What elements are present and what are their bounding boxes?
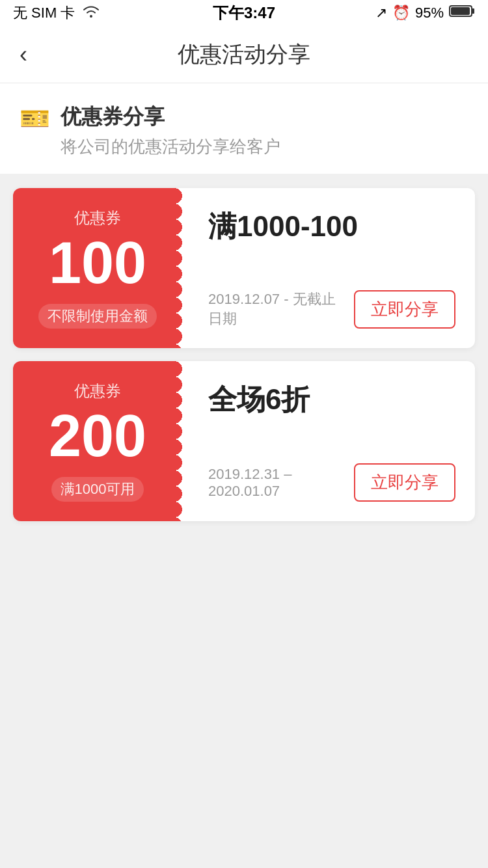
page-title: 优惠活动分享 [178, 40, 310, 70]
bottom-space [0, 534, 488, 860]
coupon-label: 优惠券 [74, 381, 121, 401]
coupon-date: 2019.12.07 - 无截止日期 [208, 290, 347, 329]
share-button[interactable]: 立即分享 [354, 463, 455, 502]
coupon-title: 全场6折 [208, 381, 455, 419]
coupon-footer: 2019.12.07 - 无截止日期 立即分享 [208, 290, 455, 329]
coupon-right: 全场6折 2019.12.31 – 2020.01.07 立即分享 [182, 361, 475, 521]
location-icon: ↗ [375, 5, 387, 21]
coupon-right: 满1000-100 2019.12.07 - 无截止日期 立即分享 [182, 188, 475, 348]
wifi-icon [81, 4, 101, 22]
svg-rect-1 [472, 8, 474, 14]
section-title: 优惠券分享 [61, 103, 280, 131]
nav-bar: ‹ 优惠活动分享 [0, 26, 488, 83]
coupon-label: 优惠券 [74, 208, 121, 228]
coupon-condition: 不限制使用金额 [38, 304, 157, 329]
coupon-card: 优惠券 100 不限制使用金额 满1000-100 2019.12.07 - 无… [13, 188, 475, 348]
carrier-label: 无 SIM 卡 [13, 3, 75, 23]
battery-label: 95% [415, 5, 444, 21]
coupon-title: 满1000-100 [208, 208, 455, 246]
coupon-share-icon: 🎫 [20, 104, 50, 133]
coupon-footer: 2019.12.31 – 2020.01.07 立即分享 [208, 463, 455, 502]
coupon-condition: 满1000可用 [51, 477, 144, 502]
status-time: 下午3:47 [213, 3, 275, 23]
coupon-left: 优惠券 200 满1000可用 [13, 361, 182, 521]
coupon-list: 优惠券 100 不限制使用金额 满1000-100 2019.12.07 - 无… [0, 175, 488, 534]
section-header: 🎫 优惠券分享 将公司的优惠活动分享给客户 [0, 83, 488, 174]
alarm-icon: ⏰ [392, 5, 410, 21]
battery-icon [449, 5, 475, 21]
svg-rect-2 [451, 7, 470, 15]
coupon-card: 优惠券 200 满1000可用 全场6折 2019.12.31 – 2020.0… [13, 361, 475, 521]
section-text: 优惠券分享 将公司的优惠活动分享给客户 [61, 103, 280, 158]
coupon-left: 优惠券 100 不限制使用金额 [13, 188, 182, 348]
coupon-amount: 200 [49, 407, 146, 465]
coupon-amount: 100 [49, 234, 146, 292]
section-desc: 将公司的优惠活动分享给客户 [61, 135, 280, 158]
coupon-date: 2019.12.31 – 2020.01.07 [208, 466, 347, 500]
status-bar: 无 SIM 卡 下午3:47 ↗ ⏰ 95% [0, 0, 488, 26]
back-button[interactable]: ‹ [20, 41, 27, 68]
status-right: ↗ ⏰ 95% [375, 5, 475, 21]
status-left: 无 SIM 卡 [13, 3, 101, 23]
share-button[interactable]: 立即分享 [354, 290, 455, 329]
